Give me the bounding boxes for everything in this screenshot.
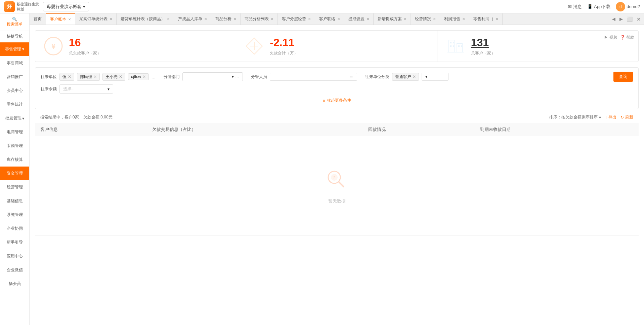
sidebar-item-enterprise-wechat[interactable]: 企业微信 — [0, 263, 29, 277]
tab-customer-layer[interactable]: 客户分层经营 ✕ — [278, 13, 315, 25]
tab-close-customer-layer[interactable]: ✕ — [308, 17, 311, 21]
sidebar-item-operations[interactable]: 经营管理 — [0, 180, 29, 194]
stat-info-amount: -2.11 欠款合计（万） — [270, 36, 298, 56]
tab-close-profit-report[interactable]: ✕ — [462, 17, 465, 21]
sidebar-item-purchase-mgmt[interactable]: 采购管理 — [0, 139, 29, 153]
chevron-icon: ▾ — [22, 47, 24, 51]
filter-remove-chen[interactable]: ✕ — [93, 74, 97, 79]
stat-help: ▶ 视频 ❓ 帮助 — [604, 35, 634, 40]
tab-close-purchase-stats[interactable]: ✕ — [167, 17, 170, 21]
filter-collapse-btn[interactable]: ∧ 收起更多条件 — [41, 96, 633, 105]
content-area: 首页 客户账本 ✕ 采购订单统计表 ✕ 进货单统计表（按商品） ✕ 产成品入库单… — [30, 13, 644, 325]
video-help-btn[interactable]: ▶ 视频 — [604, 35, 617, 40]
phone-icon: 📱 — [587, 4, 593, 9]
sidebar-item-retail-stats[interactable]: 零售统计 — [0, 98, 29, 111]
sidebar-item-system-mgmt[interactable]: 系统管理 — [0, 208, 29, 222]
tab-operations-status[interactable]: 经营情况 ✕ — [411, 13, 440, 25]
tab-product-analysis[interactable]: 商品分析 ✕ — [211, 13, 241, 25]
sort-selector[interactable]: 排序：按欠款金额倒序排序 ▾ — [549, 114, 601, 120]
tab-purchase-order[interactable]: 采购订单统计表 ✕ — [75, 13, 117, 25]
logo-area: 好 畅捷通好生意 标版 — [4, 1, 39, 12]
tab-close-customer-contact[interactable]: ✕ — [337, 17, 340, 21]
filter-dept-select[interactable]: ▾ ··· — [182, 72, 243, 81]
sidebar-item-new-guide[interactable]: 新手引导 — [0, 236, 29, 249]
stat-info-total: 131 总客户（家） — [471, 36, 495, 56]
message-btn[interactable]: ✉ 消息 — [568, 4, 582, 10]
svg-rect-12 — [458, 45, 460, 47]
sidebar-item-marketing[interactable]: 营销推广 — [0, 70, 29, 84]
sidebar-item-retail-mall[interactable]: 零售商城 — [0, 56, 29, 70]
filter-remove-normal-customer[interactable]: ✕ — [413, 74, 416, 79]
search-summary: 搜索结果中，客户0家 欠款金额 0.00元 — [40, 114, 113, 120]
svg-rect-9 — [453, 42, 454, 43]
sidebar-item-retail-mgmt[interactable]: 零售管理 ▾ — [0, 42, 29, 56]
filter-balance-label: 往来余额 — [41, 86, 57, 92]
filter-remove-wu[interactable]: ✕ — [68, 74, 71, 79]
tab-new-submit[interactable]: 新增提成方案 ✕ — [374, 13, 411, 25]
filter-more-dept[interactable]: ··· — [235, 74, 239, 79]
stat-info-customers: 16 总欠款客户（家） — [69, 36, 101, 56]
filter-person-select[interactable]: ··· — [270, 73, 357, 81]
sidebar-item-finance[interactable]: 资金管理 — [0, 167, 29, 180]
yuan-circle-icon: ¥ — [43, 36, 63, 56]
stat-block-customers: ¥ 16 总欠款客户（家） — [35, 31, 236, 62]
stat-label-total: 总客户（家） — [471, 50, 495, 56]
tab-profit-report[interactable]: 利润报告 ✕ — [440, 13, 469, 25]
tab-close-purchase-order[interactable]: ✕ — [110, 17, 112, 21]
filter-remove-wang[interactable]: ✕ — [119, 74, 122, 79]
sidebar-search[interactable]: 🔍 搜索菜单 — [0, 13, 29, 31]
svg-text:?: ? — [333, 175, 335, 180]
sidebar-item-ecommerce[interactable]: 电商管理 — [0, 125, 29, 139]
store-selector[interactable]: 母婴行业演示帐套 ▾ — [43, 2, 89, 11]
tab-customer-contact[interactable]: 客户联络 ✕ — [315, 13, 344, 25]
sidebar-item-basic-info[interactable]: 基础信息 — [0, 194, 29, 208]
tab-close-customer-book[interactable]: ✕ — [68, 17, 71, 21]
right-actions: 排序：按欠款金额倒序排序 ▾ ↑ 导出 ↻ 刷新 — [549, 114, 633, 120]
tab-product-in[interactable]: 产成品入库单 ✕ — [174, 13, 211, 25]
filter-balance-select[interactable]: 选择... ▾ — [59, 84, 113, 94]
tab-retail-profit[interactable]: 零售利润（ ✕ — [469, 13, 503, 25]
filter-tag-wang: 王小亮 ✕ — [102, 73, 125, 81]
svg-text:¥: ¥ — [51, 42, 56, 50]
query-button[interactable]: 查询 — [613, 72, 633, 82]
help-btn[interactable]: ❓ 帮助 — [620, 35, 634, 40]
filter-unit-class-select[interactable]: ▾ — [422, 73, 448, 81]
sidebar-item-app-center[interactable]: 应用中心 — [0, 249, 29, 263]
refresh-btn[interactable]: ↻ 刷新 — [620, 114, 633, 120]
tab-close-retail-profit[interactable]: ✕ — [496, 17, 498, 21]
empty-state-cell: ? 暂无数据 — [35, 136, 639, 236]
user-menu[interactable]: d demo2 — [616, 2, 640, 11]
chevron-down-icon-balance: ▾ — [108, 87, 110, 92]
sidebar-item-inventory[interactable]: 库存核算 — [0, 153, 29, 167]
filter-more-units[interactable]: ... — [152, 74, 156, 79]
svg-rect-8 — [450, 42, 452, 43]
sidebar-item-wholesale-mgmt[interactable]: 批发管理 ▾ — [0, 111, 29, 125]
sidebar-item-member-center[interactable]: 会员中心 — [0, 84, 29, 98]
top-bar: 好 畅捷通好生意 标版 母婴行业演示帐套 ▾ ✉ 消息 📱 App下载 d de… — [0, 0, 644, 13]
tab-customer-book[interactable]: 客户账本 ✕ — [46, 13, 75, 25]
tab-close-product-analysis[interactable]: ✕ — [233, 17, 236, 21]
tab-scroll-left[interactable]: ◀ — [611, 16, 617, 22]
tab-home[interactable]: 首页 — [30, 13, 46, 25]
tab-maximize[interactable]: ⬜ — [626, 16, 634, 23]
tab-close-operations-status[interactable]: ✕ — [433, 17, 436, 21]
tab-submit-settings[interactable]: 提成设置 ✕ — [344, 13, 374, 25]
tab-close-product-analysis-list[interactable]: ✕ — [271, 17, 273, 21]
export-btn[interactable]: ↑ 导出 — [605, 114, 616, 120]
sidebar-quick-nav[interactable]: 快捷导航 — [0, 31, 29, 42]
tab-product-analysis-list[interactable]: 商品分析列表 ✕ — [241, 13, 278, 25]
tab-close-all[interactable]: ✕ — [635, 16, 642, 23]
tab-purchase-stats[interactable]: 进货单统计表（按商品） ✕ — [117, 13, 174, 25]
app-download-btn[interactable]: 📱 App下载 — [587, 4, 610, 10]
filter-tag-chen: 陈民强 ✕ — [77, 73, 100, 81]
tab-close-submit-settings[interactable]: ✕ — [367, 17, 369, 21]
sidebar-item-enterprise[interactable]: 企业协同 — [0, 222, 29, 236]
tab-close-new-submit[interactable]: ✕ — [404, 17, 406, 21]
filter-remove-cjttcw[interactable]: ✕ — [142, 74, 146, 79]
tab-scroll-right[interactable]: ▶ — [618, 16, 624, 22]
filter-person-label: 分管人员 — [251, 74, 267, 80]
filter-row-2: 往来余额 选择... ▾ — [41, 84, 633, 94]
sidebar-item-vip-member[interactable]: 畅会员 — [0, 277, 29, 291]
filter-row-1: 往来单位 伍 ✕ 陈民强 ✕ 王小亮 ✕ cjttcw — [41, 72, 633, 82]
tab-close-product-in[interactable]: ✕ — [204, 17, 207, 21]
